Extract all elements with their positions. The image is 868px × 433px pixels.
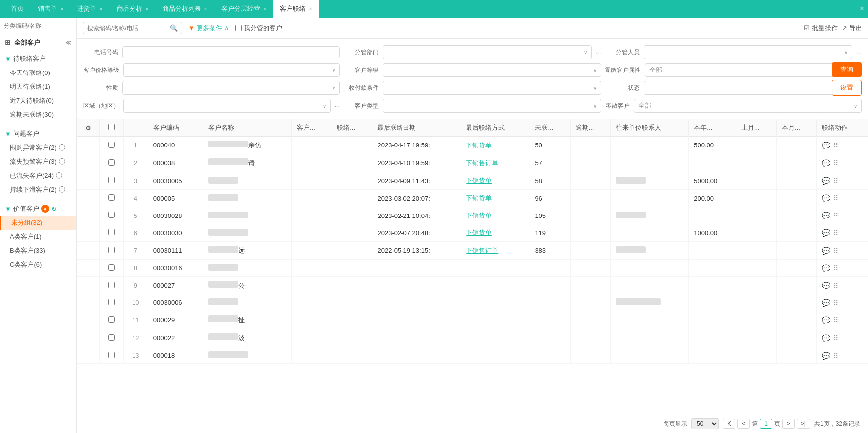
tab-customer-contact[interactable]: 客户联络 × (273, 0, 319, 18)
menu-icon[interactable]: ⠿ (833, 299, 838, 307)
sidebar-item-groupB[interactable]: B类客户(33) (0, 244, 76, 258)
sidebar-all-customers[interactable]: ⊞ 全部客户 ≪ (0, 34, 76, 51)
sidebar-item-lost[interactable]: 已流失客户(24) ⓘ (0, 169, 76, 183)
row-checkbox[interactable] (108, 282, 115, 288)
chat-icon[interactable]: 💬 (822, 177, 830, 185)
tab-home[interactable]: 首页 (4, 0, 31, 18)
chat-icon[interactable]: 💬 (822, 352, 830, 360)
search-input[interactable] (87, 25, 170, 32)
tab-purchase[interactable]: 进货单 × (70, 0, 109, 18)
tab-goods-analysis[interactable]: 商品分析 × (110, 0, 155, 18)
contact-method-link[interactable]: 下销货单 (466, 229, 492, 236)
price-tier-select[interactable]: ∨ (123, 63, 340, 77)
more-conditions-button[interactable]: ▼ 更多条件 ∧ (188, 24, 229, 33)
sidebar-item-groupC[interactable]: C类客户(6) (0, 258, 76, 272)
region-select[interactable]: ∨ (123, 99, 331, 113)
contact-method-link[interactable]: 下销货单 (466, 194, 492, 202)
last-page-button[interactable]: >| (797, 419, 810, 429)
person-more-icon[interactable]: ··· (856, 49, 862, 56)
per-page-select[interactable]: 50 100 200 (691, 418, 719, 429)
search-icon[interactable]: 🔍 (170, 24, 178, 32)
row-checkbox[interactable] (108, 159, 115, 166)
chat-icon[interactable]: 💬 (822, 142, 830, 149)
menu-icon[interactable]: ⠿ (833, 247, 838, 255)
sidebar-item-near7[interactable]: 近7天待联络(0) (0, 94, 76, 108)
contact-method-link[interactable]: 下销售订单 (466, 159, 498, 167)
chat-icon[interactable]: 💬 (822, 299, 830, 307)
row-checkbox[interactable] (108, 212, 115, 218)
row-checkbox[interactable] (108, 334, 115, 341)
sidebar-item-abnormal[interactable]: 囤购异常客户(2) ⓘ (0, 141, 76, 155)
close-customer-contact-tab[interactable]: × (309, 6, 312, 12)
chat-icon[interactable]: 💬 (822, 212, 830, 219)
close-customer-tier-tab[interactable]: × (263, 6, 266, 12)
next-page-button[interactable]: > (782, 419, 795, 429)
status-select[interactable]: ∨ (644, 81, 862, 95)
menu-icon[interactable]: ⠿ (833, 334, 838, 342)
cust-type-select[interactable]: ∨ (383, 99, 601, 113)
sidebar-item-groupA[interactable]: A类客户(1) (0, 230, 76, 244)
gear-column-header[interactable]: ⚙ (77, 119, 100, 137)
close-all-button[interactable]: × (860, 4, 864, 13)
payment-select[interactable]: ∨ (383, 81, 601, 95)
chat-icon[interactable]: 💬 (822, 334, 830, 342)
dept-select[interactable]: ∨ (383, 45, 591, 59)
contact-method-link[interactable]: 下销货单 (466, 212, 492, 219)
row-checkbox[interactable] (108, 247, 115, 253)
row-checkbox[interactable] (108, 229, 115, 235)
menu-icon[interactable]: ⠿ (833, 142, 838, 149)
row-checkbox[interactable] (108, 352, 115, 358)
menu-icon[interactable]: ⠿ (833, 212, 838, 219)
sidebar-item-declining[interactable]: 持续下滑客户(2) ⓘ (0, 183, 76, 197)
sidebar-search-input[interactable] (4, 22, 77, 29)
cust-tier-select[interactable]: ∨ (383, 63, 601, 77)
tab-goods-analysis-list[interactable]: 商品分析列表 × (155, 0, 214, 18)
region-more-icon[interactable]: ··· (334, 102, 340, 110)
collapse-icon[interactable]: ≪ (65, 39, 71, 46)
sidebar-group-value[interactable]: ▼ 价值客户 ● ↻ (0, 201, 76, 216)
row-checkbox[interactable] (108, 194, 115, 201)
menu-icon[interactable]: ⠿ (833, 177, 838, 185)
sidebar-group-pending[interactable]: ▼ 待联络客户 (0, 51, 76, 66)
tab-sales[interactable]: 销售单 × (31, 0, 70, 18)
row-checkbox[interactable] (108, 316, 115, 323)
person-select[interactable]: ∨ (644, 45, 852, 59)
reset-button[interactable]: 设置 (832, 80, 862, 96)
chat-icon[interactable]: 💬 (822, 316, 830, 324)
sidebar-item-churn-risk[interactable]: 流失预警客户(3) ⓘ (0, 155, 76, 169)
chat-icon[interactable]: 💬 (822, 194, 830, 202)
row-checkbox[interactable] (108, 177, 115, 183)
close-sales-tab[interactable]: × (60, 6, 63, 12)
chat-icon[interactable]: 💬 (822, 282, 830, 289)
chat-icon[interactable]: 💬 (822, 229, 830, 237)
sidebar-item-tomorrow[interactable]: 明天待联络(1) (0, 80, 76, 94)
sidebar-item-overdue[interactable]: 逾期未联络(30) (0, 108, 76, 122)
chat-icon[interactable]: 💬 (822, 264, 830, 272)
contact-method-link[interactable]: 下销售订单 (466, 247, 498, 254)
row-checkbox[interactable] (108, 142, 115, 148)
chat-icon[interactable]: 💬 (822, 159, 830, 167)
retail-attr-select[interactable]: 全部 ∨ (645, 63, 862, 77)
prev-page-button[interactable]: < (737, 419, 750, 429)
export-button[interactable]: ↗ 导出 (842, 24, 862, 33)
select-all-checkbox[interactable] (108, 124, 115, 130)
sidebar-item-unclassified[interactable]: 未分组(32) (0, 216, 76, 230)
row-checkbox[interactable] (108, 299, 115, 305)
batch-ops-button[interactable]: ☑ 批量操作 (804, 24, 838, 33)
menu-icon[interactable]: ⠿ (833, 194, 838, 202)
menu-icon[interactable]: ⠿ (833, 264, 838, 272)
contact-method-link[interactable]: 下销货单 (466, 177, 492, 184)
sidebar-item-today[interactable]: 今天待联络(0) (0, 66, 76, 80)
first-page-button[interactable]: K (723, 419, 735, 429)
close-goods-tab[interactable]: × (145, 6, 148, 12)
menu-icon[interactable]: ⠿ (833, 352, 838, 360)
tab-customer-tier[interactable]: 客户分层经营 × (214, 0, 273, 18)
menu-icon[interactable]: ⠿ (833, 229, 838, 237)
menu-icon[interactable]: ⠿ (833, 316, 838, 324)
phone-input[interactable] (122, 46, 340, 58)
contact-method-link[interactable]: 下销货单 (466, 142, 492, 149)
nature-select[interactable]: ∨ (122, 81, 340, 95)
query-button[interactable]: 查询 (832, 62, 862, 77)
sidebar-group-problem[interactable]: ▼ 问题客户 (0, 126, 76, 141)
my-customers-check[interactable] (235, 25, 242, 31)
